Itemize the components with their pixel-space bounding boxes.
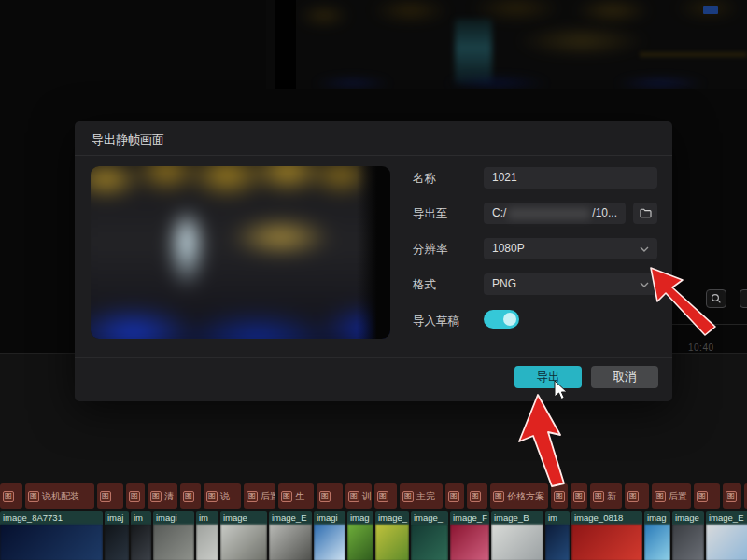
text-clip-icon: 图 [319, 491, 331, 502]
image-clip[interactable]: imagi [153, 511, 194, 560]
image-clip[interactable]: im [131, 511, 151, 560]
image-clip-filename: imagi [314, 511, 345, 525]
resolution-select[interactable]: 1080P [484, 238, 657, 259]
text-clip-label: 价格方案 [507, 490, 544, 503]
text-clip-icon: 图 [206, 491, 218, 502]
image-clip-thumbnail [0, 525, 103, 560]
text-clip[interactable]: 图 [625, 483, 649, 509]
text-clip[interactable]: 图清 [148, 483, 177, 509]
image-clip[interactable]: image_E [269, 511, 312, 560]
image-clip-thumbnail [314, 525, 345, 560]
format-value: PNG [492, 273, 516, 295]
resolution-value: 1080P [492, 238, 525, 259]
text-clip[interactable]: 图训 [345, 483, 372, 509]
image-clip-thumbnail [347, 525, 374, 560]
image-clip-thumbnail [153, 525, 194, 560]
text-clip[interactable]: 图后置 [244, 483, 275, 509]
image-clip-thumbnail [450, 525, 489, 560]
text-clip[interactable]: 图 [97, 483, 123, 509]
image-clip[interactable]: image_E [706, 511, 747, 560]
resolution-label: 分辨率 [413, 242, 448, 258]
chevron-down-icon [640, 282, 649, 287]
image-clip-filename: image_F [450, 511, 489, 525]
text-clip-label: 训 [362, 490, 372, 503]
text-clip[interactable]: 图 [374, 483, 397, 509]
text-clip[interactable]: 图说 [204, 483, 241, 509]
image-clip[interactable]: image_B [491, 511, 543, 560]
import-draft-toggle[interactable] [484, 310, 519, 329]
text-clip[interactable]: 图生 [278, 483, 314, 509]
image-clip[interactable]: image_8A7731 [0, 511, 103, 560]
text-clip-icon: 图 [554, 491, 565, 502]
text-clip-label: 后置 [669, 490, 687, 503]
text-clip-icon: 图 [129, 491, 140, 502]
export-button[interactable]: 导出 [514, 366, 582, 388]
image-clip-filename: im [545, 511, 570, 525]
text-clip-icon: 图 [377, 491, 388, 502]
format-label: 格式 [413, 277, 436, 293]
dialog-footer-divider [75, 357, 672, 358]
text-clip-icon: 图 [3, 491, 14, 502]
image-clip-thumbnail [375, 525, 409, 560]
text-clip-icon: 图 [281, 491, 292, 502]
text-clip[interactable]: 图 [180, 483, 201, 509]
image-clip[interactable]: imaj [105, 511, 129, 560]
image-clip[interactable]: image_F [450, 511, 489, 560]
export-to-label: 导出至 [413, 206, 448, 222]
path-redacted-blur [508, 208, 590, 219]
image-clip-filename: image [672, 511, 704, 525]
text-clip-label: 生 [295, 490, 304, 503]
text-clip[interactable]: 图新 [590, 483, 622, 509]
dialog-title: 导出静帧画面 [92, 132, 164, 148]
image-clip-filename: image_ [411, 511, 448, 525]
app-screen: 10:40 图图说机配装图图图清图图说图后置图生图图训图图主完图图图价格方案图图… [0, 0, 747, 560]
cancel-button[interactable]: 取消 [591, 366, 658, 388]
image-clip[interactable]: im [545, 511, 570, 560]
zoom-fit-button[interactable] [706, 289, 726, 308]
image-clip[interactable]: image_ [375, 511, 409, 560]
text-clip-icon: 图 [448, 491, 459, 502]
text-clip[interactable]: 图 [571, 483, 587, 509]
browse-folder-button[interactable] [633, 203, 657, 224]
toggle-knob [503, 313, 516, 326]
text-clip[interactable]: 图 [0, 483, 22, 509]
text-clip[interactable]: 图 [126, 483, 145, 509]
image-clip-thumbnail [644, 525, 670, 560]
image-clip[interactable]: image [672, 511, 704, 560]
text-clip[interactable]: 图 [445, 483, 464, 509]
dialog-header-divider [75, 155, 672, 156]
text-clip-label: 主完 [416, 490, 435, 503]
format-select[interactable]: PNG [484, 273, 657, 295]
image-clip[interactable]: imag [347, 511, 374, 560]
text-clip[interactable]: 图价格方案 [490, 483, 548, 509]
name-input[interactable]: 1021 [484, 167, 657, 189]
text-clip[interactable]: 图 [694, 483, 720, 509]
preview-toolbar-divider [672, 324, 747, 325]
image-clip-thumbnail [269, 525, 312, 560]
image-clip[interactable]: imagi [314, 511, 345, 560]
text-clip-icon: 图 [697, 491, 708, 502]
text-clip[interactable]: 图 [467, 483, 487, 509]
text-clip-icon: 图 [627, 491, 639, 502]
image-clip[interactable]: image_ [411, 511, 448, 560]
export-path-field[interactable]: C:/ /10... [484, 203, 626, 224]
text-clip[interactable]: 图 [723, 483, 741, 509]
image-clip[interactable]: im [196, 511, 218, 560]
text-clip[interactable]: 图说机配装 [25, 483, 94, 509]
image-clip-thumbnail [491, 525, 543, 560]
ratio-button-partial[interactable] [740, 289, 747, 308]
text-clip[interactable]: 图 [317, 483, 343, 509]
subtitle-text-track: 图图说机配装图图图清图图说图后置图生图图训图图主完图图图价格方案图图图新图图后置… [0, 483, 747, 509]
image-clip-filename: image_E [269, 511, 312, 525]
text-clip[interactable]: 图主完 [400, 483, 443, 509]
text-clip-icon: 图 [593, 491, 604, 502]
image-clip[interactable]: imag [644, 511, 670, 560]
frame-preview-thumbnail [91, 166, 390, 339]
image-clip[interactable]: image [220, 511, 267, 560]
text-clip[interactable]: 图 [551, 483, 568, 509]
text-clip[interactable]: 图后置 [652, 483, 691, 509]
image-clip-thumbnail [196, 525, 218, 560]
text-clip-icon: 图 [100, 491, 111, 502]
image-clip[interactable]: image_0818 [571, 511, 642, 560]
chevron-down-icon [640, 246, 649, 252]
